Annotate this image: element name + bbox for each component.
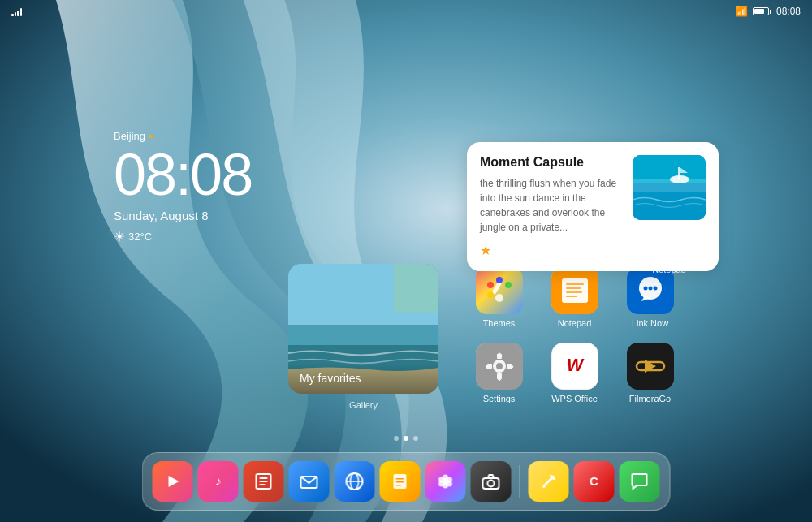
svg-point-68 — [488, 481, 495, 487]
status-bar: 📶 08:08 — [0, 0, 812, 23]
status-right: 📶 08:08 — [736, 6, 801, 17]
wifi-icon: 📶 — [736, 6, 748, 17]
page-dot-1[interactable] — [394, 436, 399, 441]
app-label-settings: Settings — [483, 394, 516, 404]
clock-date: Sunday, August 8 — [114, 209, 252, 222]
notepad-image — [633, 155, 706, 220]
battery-icon — [753, 7, 771, 15]
dock-item-books[interactable] — [244, 461, 284, 502]
themes-icon — [476, 267, 523, 314]
notepad-content: Moment Capsule the thrilling flush when … — [480, 155, 623, 258]
notepad-text: the thrilling flush when you fade into t… — [480, 176, 623, 235]
svg-point-16 — [505, 282, 512, 288]
dock-item-camera[interactable] — [471, 461, 512, 502]
dock-item-messages[interactable] — [620, 461, 660, 502]
clock-widget: Beijing ● 08:08 Sunday, August 8 ☀ 32°C — [114, 130, 252, 244]
wps-icon: W — [551, 343, 598, 390]
svg-point-32 — [496, 363, 503, 369]
notepad-app-label: Notepad — [633, 265, 706, 274]
svg-rect-50 — [260, 481, 268, 482]
svg-rect-12 — [476, 267, 523, 314]
dock-item-mail[interactable] — [289, 461, 330, 502]
svg-point-29 — [653, 287, 657, 291]
settings-icon — [476, 343, 523, 390]
svg-rect-22 — [566, 287, 581, 289]
svg-rect-58 — [396, 481, 404, 483]
page-dot-3[interactable] — [413, 436, 418, 441]
app-label-wps: WPS Office — [551, 394, 598, 404]
linknow-icon — [627, 267, 674, 314]
dock-item-video[interactable] — [153, 461, 193, 502]
app-label-themes: Themes — [483, 318, 516, 329]
dock-item-music[interactable]: ♪ — [198, 461, 239, 502]
svg-rect-49 — [260, 477, 268, 479]
svg-marker-46 — [169, 476, 179, 487]
dock-item-canva[interactable]: C — [574, 461, 615, 502]
svg-point-18 — [487, 291, 494, 298]
app-item-wps[interactable]: W WPS Office — [540, 339, 609, 408]
dock-item-pencil[interactable] — [529, 461, 569, 502]
notepad-icon — [551, 267, 598, 314]
app-grid: Themes Notepad L — [464, 264, 685, 408]
svg-rect-59 — [396, 485, 402, 486]
temperature: 32°C — [128, 231, 152, 243]
app-item-filmora[interactable]: FilmoraGo — [615, 339, 685, 408]
svg-point-27 — [643, 287, 647, 291]
svg-text:C: C — [590, 474, 598, 488]
gallery-app-label: Gallery — [288, 400, 438, 410]
svg-point-66 — [443, 478, 449, 485]
app-item-themes[interactable]: Themes — [464, 264, 533, 333]
svg-rect-2 — [633, 155, 706, 183]
status-time: 08:08 — [776, 6, 801, 17]
svg-rect-51 — [260, 484, 266, 485]
gallery-favorites-label: My favorites — [300, 372, 361, 385]
app-item-settings[interactable]: Settings — [464, 339, 533, 408]
svg-rect-21 — [566, 283, 584, 285]
app-label-filmora: FilmoraGo — [629, 394, 671, 404]
svg-rect-6 — [678, 167, 680, 179]
svg-point-14 — [495, 294, 503, 302]
svg-text:♪: ♪ — [215, 474, 222, 488]
dock-item-flower[interactable] — [425, 461, 466, 502]
svg-rect-4 — [633, 192, 706, 220]
app-item-notepad[interactable]: Notepad — [540, 264, 609, 333]
clock-city: Beijing ● — [114, 130, 252, 142]
gallery-overlay: My favorites — [288, 363, 438, 394]
filmora-icon — [627, 343, 674, 390]
gallery-widget[interactable]: My favorites Gallery — [288, 264, 438, 394]
notepad-star-icon: ★ — [480, 243, 623, 258]
status-left — [11, 6, 22, 16]
svg-rect-20 — [562, 278, 588, 303]
svg-text:W: W — [566, 356, 584, 375]
svg-rect-11 — [394, 264, 438, 313]
page-dots — [394, 436, 418, 441]
svg-rect-24 — [566, 296, 577, 297]
svg-point-28 — [648, 287, 652, 291]
gallery-inner: My favorites — [288, 264, 438, 394]
svg-rect-57 — [396, 478, 404, 480]
app-label-notepad: Notepad — [558, 318, 592, 329]
svg-point-15 — [487, 282, 494, 288]
clock-time: 08:08 — [114, 145, 252, 204]
app-label-linknow: Link Now — [632, 318, 668, 329]
clock-weather: ☀ 32°C — [114, 229, 252, 244]
notepad-widget[interactable]: Moment Capsule the thrilling flush when … — [467, 142, 719, 271]
location-dot: ● — [149, 132, 153, 140]
page-dot-2[interactable] — [404, 436, 408, 441]
weather-icon: ☀ — [114, 229, 125, 244]
svg-rect-23 — [566, 291, 582, 293]
dock-divider — [520, 465, 520, 498]
signal-icon — [11, 6, 22, 16]
notepad-title: Moment Capsule — [480, 155, 623, 170]
dock: ♪ — [142, 452, 671, 511]
svg-point-17 — [496, 277, 503, 283]
dock-item-notes[interactable] — [380, 461, 421, 502]
dock-item-browser[interactable] — [335, 461, 375, 502]
